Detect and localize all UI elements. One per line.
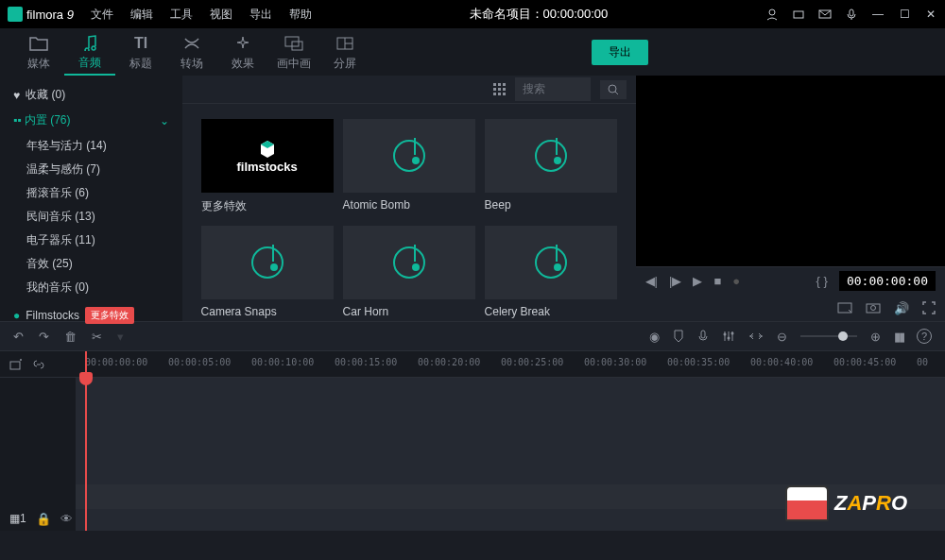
tab-media[interactable]: 媒体 <box>13 28 64 76</box>
content-area: ♥ 收藏 (0) ▪▪ 内置 (76) ⌄ 年轻与活力 (14) 温柔与感伤 (… <box>0 76 945 321</box>
zoom-out-icon[interactable]: ⊖ <box>777 330 787 344</box>
snapshot-icon[interactable] <box>866 302 881 314</box>
tab-transition[interactable]: 转场 <box>166 28 217 76</box>
svg-rect-3 <box>850 9 853 16</box>
svg-rect-18 <box>10 362 20 369</box>
tab-pip[interactable]: 画中画 <box>268 28 319 76</box>
render-icon[interactable]: ◉ <box>649 330 660 344</box>
grid-item[interactable]: Celery Break <box>485 226 617 318</box>
timeline-tracks[interactable]: 00:00:00:00 00:00:05:00 00:00:10:00 00:0… <box>76 351 945 531</box>
export-button[interactable]: 导出 <box>592 40 648 65</box>
cat-mymusic[interactable]: 我的音乐 (0) <box>0 276 182 299</box>
cat-rock[interactable]: 摇滚音乐 (6) <box>0 181 182 205</box>
grid-item[interactable]: filmstocks 更多特效 <box>201 119 334 214</box>
braces-icon[interactable]: { } <box>816 274 828 288</box>
help-icon[interactable]: ? <box>917 329 932 344</box>
grid-item[interactable]: Atomic Bomb <box>343 119 475 214</box>
fit-icon[interactable] <box>748 331 764 342</box>
playhead[interactable] <box>85 351 87 531</box>
step-back-icon[interactable]: |▶ <box>669 274 681 288</box>
audio-thumb[interactable] <box>201 226 334 299</box>
tab-effects[interactable]: 效果 <box>217 28 268 76</box>
svg-point-0 <box>769 9 775 15</box>
filmstocks-thumb[interactable]: filmstocks <box>201 119 334 193</box>
grid-item[interactable]: Camera Snaps <box>201 226 334 318</box>
menu-file[interactable]: 文件 <box>91 7 113 23</box>
cat-folk[interactable]: 民间音乐 (13) <box>0 205 182 229</box>
search-icon[interactable] <box>600 80 627 99</box>
quality-icon[interactable] <box>837 302 852 314</box>
link-icon[interactable] <box>32 358 45 371</box>
add-track-icon[interactable] <box>9 359 23 370</box>
account-icon[interactable] <box>765 8 779 21</box>
browser-toolbar: 搜索 <box>182 76 636 104</box>
tab-title[interactable]: TI标题 <box>115 28 166 76</box>
grid-item[interactable]: Beep <box>485 119 617 214</box>
audio-thumb[interactable] <box>485 226 617 299</box>
marker-icon[interactable] <box>673 330 684 343</box>
voiceover-icon[interactable] <box>697 330 709 343</box>
menu-view[interactable]: 视图 <box>210 7 232 23</box>
filmstocks-row[interactable]: ● Filmstocks 更多特效 <box>0 299 182 331</box>
close-icon[interactable]: ✕ <box>924 8 937 21</box>
stop-icon[interactable]: ■ <box>713 274 721 288</box>
timeline-left: ▦1 🔒 👁 <box>0 351 76 531</box>
eye-icon[interactable]: 👁 <box>60 512 73 526</box>
delete-icon[interactable]: 🗑 <box>64 330 77 344</box>
search-input[interactable]: 搜索 <box>515 77 591 101</box>
zoom-slider[interactable] <box>800 335 857 337</box>
svg-rect-1 <box>794 11 803 18</box>
prev-icon[interactable]: ◀| <box>645 274 658 288</box>
timeline-ruler[interactable]: 00:00:00:00 00:00:05:00 00:00:10:00 00:0… <box>76 351 945 378</box>
svg-rect-14 <box>701 331 705 338</box>
audio-thumb[interactable] <box>485 119 617 193</box>
cat-young[interactable]: 年轻与活力 (14) <box>0 134 182 158</box>
mic-icon[interactable] <box>845 8 858 21</box>
grid-view-icon[interactable] <box>493 83 506 95</box>
redo-icon[interactable]: ↷ <box>39 330 49 344</box>
fullscreen-icon[interactable] <box>922 301 936 314</box>
panels-icon[interactable]: ▮▮ <box>894 330 903 344</box>
grid-item[interactable]: Car Horn <box>343 226 475 318</box>
cat-electronic[interactable]: 电子器乐 (11) <box>0 229 182 252</box>
watermark: ZAPRO <box>785 485 907 521</box>
ticket-icon[interactable] <box>792 8 805 21</box>
app-name: filmora 9 <box>26 8 74 22</box>
cat-tender[interactable]: 温柔与感伤 (7) <box>0 158 182 181</box>
asset-browser: 搜索 filmstocks 更多特效 Atomic Bomb Beep Came… <box>182 76 636 321</box>
undo-icon[interactable]: ↶ <box>13 330 24 344</box>
tab-split[interactable]: 分屏 <box>319 28 370 76</box>
lock-icon[interactable]: 🔒 <box>36 512 51 526</box>
folder-icon <box>29 33 48 54</box>
timeline: ▦1 🔒 👁 00:00:00:00 00:00:05:00 00:00:10:… <box>0 351 945 531</box>
playback-controls: ◀| |▶ ▶ ■ ● { } 00:00:00:00 <box>636 266 945 295</box>
minimize-icon[interactable]: — <box>871 8 885 21</box>
zoom-in-icon[interactable]: ⊕ <box>870 330 881 344</box>
preview-panel: ◀| |▶ ▶ ■ ● { } 00:00:00:00 🔊 <box>636 76 945 321</box>
watermark-text: ZAPRO <box>834 491 907 516</box>
titlebar-actions: — ☐ ✕ <box>765 8 937 21</box>
asset-grid: filmstocks 更多特效 Atomic Bomb Beep Camera … <box>182 104 636 321</box>
favorites-row[interactable]: ♥ 收藏 (0) <box>0 83 182 107</box>
audio-thumb[interactable] <box>343 119 475 193</box>
menu-export[interactable]: 导出 <box>249 7 272 23</box>
menu-tools[interactable]: 工具 <box>170 7 193 23</box>
track-number: ▦1 <box>9 512 26 525</box>
volume-icon[interactable]: 🔊 <box>894 301 909 315</box>
app-logo: filmora 9 <box>8 7 74 22</box>
tab-audio[interactable]: 音频 <box>64 28 115 76</box>
main-tabs: 媒体 音频 TI标题 转场 效果 画中画 分屏 导出 <box>0 28 945 76</box>
play-icon[interactable]: ▶ <box>693 274 702 288</box>
maximize-icon[interactable]: ☐ <box>898 8 911 21</box>
menu-edit[interactable]: 编辑 <box>130 7 153 23</box>
item-label: Celery Break <box>485 305 617 318</box>
menu-help[interactable]: 帮助 <box>289 7 312 23</box>
mail-icon[interactable] <box>818 8 832 21</box>
audio-thumb[interactable] <box>343 226 475 299</box>
mixer-icon[interactable] <box>722 330 735 343</box>
builtin-header[interactable]: ▪▪ 内置 (76) ⌄ <box>0 107 182 134</box>
cut-icon[interactable]: ✂ <box>92 330 102 344</box>
menu-bar: 文件 编辑 工具 视图 导出 帮助 <box>91 7 312 23</box>
cat-sfx[interactable]: 音效 (25) <box>0 252 182 276</box>
record-icon[interactable]: ● <box>732 274 740 288</box>
